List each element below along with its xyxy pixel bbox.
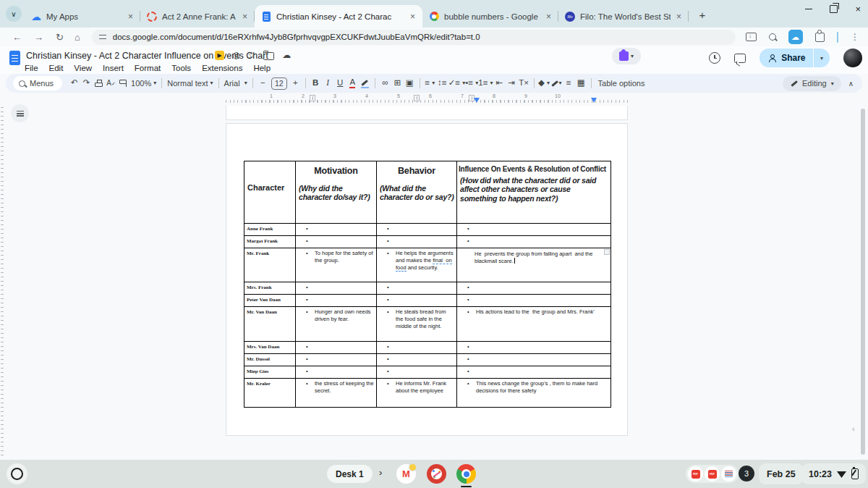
show-outline-button[interactable] [11, 104, 29, 122]
table-row[interactable]: Mrs. Frank••• [244, 282, 610, 295]
checklist-button[interactable]: ✓≡ ▾ [448, 76, 466, 91]
reload-icon[interactable]: ↻ [56, 32, 64, 43]
gmail-app-icon[interactable]: M [396, 464, 416, 484]
browser-tab[interactable]: bubble numbers - Google Search× [422, 5, 558, 28]
text-color-button[interactable]: A [346, 76, 359, 91]
docs-logo-icon[interactable] [9, 51, 20, 65]
undo-icon[interactable]: ↶ [68, 76, 80, 91]
table-row[interactable]: Margot Frank••• [244, 236, 610, 248]
menu-format[interactable]: Format [135, 64, 161, 72]
version-history-icon[interactable] [709, 52, 720, 64]
insert-image-icon[interactable]: ▣ [404, 76, 416, 91]
zoom-search-icon[interactable] [769, 33, 776, 41]
share-button[interactable]: Share [760, 49, 812, 67]
back-icon[interactable]: ← [12, 32, 22, 43]
table-row[interactable]: Mr. Dussel••• [244, 354, 610, 366]
table-row[interactable]: Mr. Van Daan•Hunger and own needs driven… [244, 307, 610, 342]
table-row[interactable]: Anne Frank••• [244, 224, 610, 236]
extension-overlay-button[interactable]: ▾ [612, 48, 641, 64]
browser-menu-icon[interactable]: ⋮ [851, 32, 859, 42]
tab-close-icon[interactable]: × [409, 12, 417, 22]
table-row[interactable]: Peter Van Daan••• [244, 295, 610, 307]
bold-button[interactable]: B [310, 76, 322, 91]
site-info-icon[interactable] [99, 34, 106, 40]
comments-icon[interactable] [734, 54, 746, 63]
table-options-button[interactable]: Table options [598, 79, 645, 88]
minimize-icon[interactable] [805, 9, 812, 10]
classlink-extension-icon[interactable]: ☁ [788, 30, 803, 44]
notification-tray[interactable]: PDF PDF [686, 465, 739, 483]
column-marker[interactable] [310, 95, 315, 101]
status-tray[interactable]: 10:23 [801, 463, 866, 484]
increase-indent-button[interactable]: ⇥ [506, 76, 518, 91]
browser-tab[interactable]: Christian Kinsey - Act 2 Charac× [255, 5, 422, 28]
pdf-notification-icon[interactable]: PDF [705, 466, 720, 481]
editing-mode-select[interactable]: Editing ▾ [783, 76, 841, 91]
menu-insert[interactable]: Insert [103, 64, 124, 72]
character-influence-table[interactable]: Character Motivation (Why did the charac… [244, 161, 611, 408]
tab-close-icon[interactable]: × [241, 12, 249, 22]
close-icon[interactable]: × [855, 4, 861, 14]
install-app-icon[interactable] [746, 33, 757, 41]
menu-file[interactable]: File [25, 64, 38, 72]
browser-tab[interactable]: Act 2 Anne Frank: A Play Chart× [140, 5, 255, 28]
desk-button[interactable]: Desk 1 [327, 465, 373, 483]
horizontal-ruler[interactable]: 12345678910 [226, 93, 628, 104]
url-text[interactable]: docs.google.com/document/d/16eRXrhfw4Jyb… [113, 33, 480, 41]
forward-icon[interactable]: → [34, 32, 43, 43]
zoom-select[interactable]: 100% ▾ [129, 76, 158, 91]
omnibox[interactable]: docs.google.com/document/d/16eRXrhfw4Jyb… [92, 30, 736, 45]
numbered-list-button[interactable]: 1≡ ▾ [478, 76, 493, 91]
suggestion-chip[interactable] [604, 249, 610, 255]
table-row[interactable]: Mr. Frank•To hope for the safety of the … [244, 248, 610, 282]
menus-search-button[interactable]: Menus [13, 76, 62, 91]
notification-count-badge[interactable]: 3 [739, 466, 754, 481]
print-icon[interactable] [93, 76, 105, 91]
insert-link-icon[interactable]: ∞ [379, 76, 391, 91]
paint-format-icon[interactable] [117, 76, 129, 91]
page-notification-icon[interactable] [721, 466, 736, 481]
browser-tab[interactable]: ☁My Apps× [25, 5, 140, 28]
menu-view[interactable]: View [74, 64, 92, 72]
full-justify-icon[interactable]: ≡ [563, 76, 575, 91]
chrome-app-icon[interactable] [456, 464, 476, 484]
font-size-input[interactable]: 12 [271, 77, 287, 90]
font-size-decrease[interactable]: − [257, 76, 269, 91]
menu-tools[interactable]: Tools [171, 64, 191, 72]
hide-menus-button[interactable]: ∧ [848, 80, 854, 88]
move-folder-icon[interactable] [263, 52, 274, 60]
redo-icon[interactable]: ↷ [80, 76, 93, 91]
launcher-button[interactable] [7, 463, 27, 484]
column-marker[interactable] [414, 95, 420, 101]
home-icon[interactable]: ⌂ [75, 32, 80, 43]
canvas-app-icon[interactable] [427, 464, 446, 484]
indent-marker[interactable] [474, 98, 480, 103]
date-display[interactable]: Feb 25 [759, 463, 804, 484]
pdf-notification-icon[interactable]: PDF [688, 466, 703, 481]
table-row[interactable]: Miep Gies••• [244, 366, 610, 379]
italic-button[interactable]: I [322, 76, 334, 91]
browser-tab[interactable]: filoFilo: The World's Best Study He× [558, 5, 689, 28]
share-dropdown[interactable]: ▾ [814, 49, 830, 67]
decrease-indent-button[interactable]: ⇤ [493, 76, 506, 91]
table-row[interactable]: Mrs. Van Daan••• [244, 342, 610, 354]
tab-close-icon[interactable]: × [545, 12, 553, 22]
user-avatar[interactable] [843, 49, 862, 67]
bullet-list-button[interactable]: •≡ ▾ [465, 76, 478, 91]
status-ring-icon[interactable]: ◎ [232, 51, 239, 59]
table-row[interactable]: Mr. Kraler•the stress of keeping the sec… [244, 379, 610, 407]
vertical-ruler[interactable] [1, 107, 4, 456]
spellcheck-icon[interactable]: A✓ [105, 76, 117, 91]
menu-edit[interactable]: Edit [49, 64, 64, 72]
styles-select[interactable]: Normal text ▾ [166, 76, 214, 91]
menu-help[interactable]: Help [253, 64, 271, 72]
pen-tool-icon[interactable]: ▾ [550, 76, 563, 91]
chevron-left-icon[interactable]: ‹ [852, 424, 855, 433]
document-scrollbar[interactable] [861, 109, 865, 455]
tab-close-icon[interactable]: × [127, 12, 135, 22]
highlight-button[interactable] [359, 76, 371, 91]
table-borders-icon[interactable]: ▦ [575, 76, 587, 91]
desk-next-icon[interactable]: › [379, 467, 382, 478]
add-comment-icon[interactable]: ⊞ [391, 76, 404, 91]
star-icon[interactable]: ☆ [247, 51, 255, 59]
